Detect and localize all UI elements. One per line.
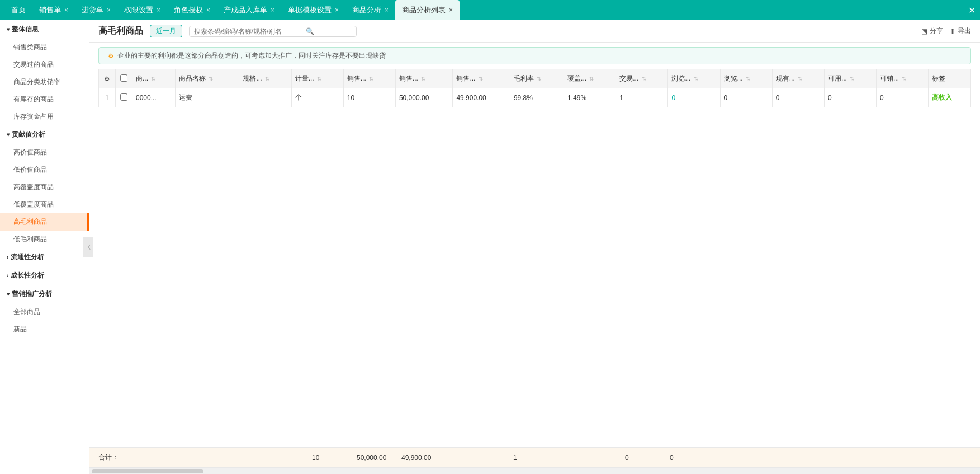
expand-arrow-liquidity: › <box>7 254 8 260</box>
tab-perm-settings-label: 权限设置 <box>124 5 153 15</box>
sidebar-item-in-stock[interactable]: 有库存的商品 <box>0 91 89 108</box>
col-available-stock[interactable]: 可用... ⇅ <box>824 69 876 88</box>
cell-num: 1 <box>99 88 116 107</box>
tab-sales[interactable]: 销售单 × <box>32 0 75 20</box>
tab-sales-close[interactable]: × <box>64 6 68 14</box>
tab-product-in-label: 产成品入库单 <box>224 5 267 15</box>
page-title: 高毛利商品 <box>98 25 143 37</box>
sidebar-group-contribution[interactable]: ▾ 贡献值分析 <box>0 125 89 144</box>
select-all-checkbox[interactable] <box>120 74 127 82</box>
sidebar-group-contribution-items: 高价值商品 低价值商品 高覆盖度商品 低覆盖度商品 高毛利商品 低毛利商品 <box>0 144 89 248</box>
sidebar-item-all-goods[interactable]: 全部商品 <box>0 303 89 321</box>
tab-purchase-label: 进货单 <box>82 5 103 15</box>
notice-icon: ⚙ <box>108 52 114 60</box>
cell-sales-count: 10 <box>343 88 395 107</box>
col-current-stock[interactable]: 现有... ⇅ <box>772 69 824 88</box>
search-container: 🔍 <box>189 26 357 37</box>
tab-perm-settings[interactable]: 权限设置 × <box>117 0 167 20</box>
sidebar-item-new-goods[interactable]: 新品 <box>0 321 89 338</box>
tab-goods-analysis[interactable]: 商品分析 × <box>345 0 395 20</box>
sort-icon-current-stock: ⇅ <box>798 76 802 82</box>
cell-views2: 0 <box>720 88 772 107</box>
col-coverage[interactable]: 覆盖... ⇅ <box>564 69 616 88</box>
col-views2[interactable]: 浏览... ⇅ <box>720 69 772 88</box>
table-container[interactable]: ⚙ 商... ⇅ 商品名称 ⇅ 规格... <box>89 69 980 447</box>
filter-recent-month-button[interactable]: 近一月 <box>150 25 182 37</box>
cell-spec <box>239 88 291 107</box>
tab-product-in[interactable]: 产成品入库单 × <box>217 0 281 20</box>
sidebar-item-category-rate[interactable]: 商品分类助销率 <box>0 73 89 91</box>
window-close-button[interactable]: ✕ <box>968 5 976 16</box>
sidebar-group-growth[interactable]: › 成长性分析 <box>0 266 89 285</box>
tab-perm-settings-close[interactable]: × <box>157 6 160 14</box>
sidebar-group-marketing[interactable]: ▾ 营销推广分析 <box>0 285 89 303</box>
sidebar-item-high-value[interactable]: 高价值商品 <box>0 144 89 161</box>
cell-transaction: 1 <box>616 88 668 107</box>
col-sales-amount[interactable]: 销售... ⇅ <box>395 69 452 88</box>
cell-gross-margin: 99.8% <box>510 88 564 107</box>
col-spec[interactable]: 规格... ⇅ <box>239 69 291 88</box>
cell-views1[interactable]: 0 <box>668 88 720 107</box>
expand-arrow-marketing: ▾ <box>7 291 10 297</box>
horizontal-scrollbar[interactable] <box>89 467 980 474</box>
content-area: 高毛利商品 近一月 🔍 ⬔ 分享 ⬆ 导出 ⚙ 企业的主要的利润都是这部分商品创… <box>89 20 980 474</box>
tab-purchase[interactable]: 进货单 × <box>75 0 117 20</box>
header-actions: ⬔ 分享 ⬆ 导出 <box>921 26 971 36</box>
tab-role-auth-close[interactable]: × <box>206 6 210 14</box>
col-views1[interactable]: 浏览... ⇅ <box>668 69 720 88</box>
tab-doc-template[interactable]: 单据模板设置 × <box>281 0 345 20</box>
sort-icon-sales-amount: ⇅ <box>421 76 425 82</box>
sort-icon-name: ⇅ <box>209 76 213 82</box>
sidebar-item-traded-goods[interactable]: 交易过的商品 <box>0 56 89 73</box>
sidebar-collapse-button[interactable]: 《 <box>83 237 93 257</box>
sidebar-item-stock-capital[interactable]: 库存资金占用 <box>0 108 89 125</box>
sort-icon-unit: ⇅ <box>317 76 321 82</box>
col-code[interactable]: 商... ⇅ <box>132 69 176 88</box>
sort-icon-transaction: ⇅ <box>642 76 646 82</box>
tab-role-auth[interactable]: 角色授权 × <box>167 0 217 20</box>
col-unit[interactable]: 计量... ⇅ <box>291 69 343 88</box>
tab-home[interactable]: 首页 <box>4 0 32 20</box>
export-button[interactable]: ⬆ 导出 <box>950 26 971 36</box>
sidebar-item-sales-goods[interactable]: 销售类商品 <box>0 39 89 56</box>
tab-goods-analysis-list[interactable]: 商品分析列表 × <box>395 0 460 20</box>
col-gross-margin[interactable]: 毛利率 ⇅ <box>510 69 564 88</box>
footer-sales-cost: 49,900.00 <box>398 454 443 462</box>
sidebar-item-low-value[interactable]: 低价值商品 <box>0 161 89 179</box>
sidebar-item-high-margin[interactable]: 高毛利商品 <box>0 213 89 231</box>
cell-code: 0000... <box>132 88 176 107</box>
sort-icon-gross-margin: ⇅ <box>537 76 541 82</box>
table-footer: 合计： 10 50,000.00 49,900.00 1 0 0 <box>89 447 980 467</box>
sidebar-group-contribution-label: 贡献值分析 <box>12 130 45 139</box>
sort-icon-coverage: ⇅ <box>589 76 594 82</box>
col-checkbox[interactable] <box>116 69 132 88</box>
col-name[interactable]: 商品名称 ⇅ <box>175 69 239 88</box>
sidebar-item-low-coverage[interactable]: 低覆盖度商品 <box>0 196 89 213</box>
footer-transaction: 1 <box>510 454 555 462</box>
tab-doc-template-close[interactable]: × <box>335 6 339 14</box>
tab-product-in-close[interactable]: × <box>271 6 274 14</box>
footer-sales-count: 10 <box>309 454 353 462</box>
sidebar-item-high-coverage[interactable]: 高覆盖度商品 <box>0 179 89 196</box>
share-icon: ⬔ <box>921 27 927 35</box>
col-sales-cost[interactable]: 销售... ⇅ <box>453 69 510 88</box>
tab-goods-analysis-close[interactable]: × <box>385 6 389 14</box>
sort-icon-available-stock: ⇅ <box>850 76 854 82</box>
sidebar-group-liquidity[interactable]: › 流通性分析 <box>0 248 89 266</box>
col-tag[interactable]: 标签 <box>929 69 971 88</box>
search-icon[interactable]: 🔍 <box>306 27 314 35</box>
sidebar-item-low-margin[interactable]: 低毛利商品 <box>0 231 89 248</box>
cell-sellable-stock: 0 <box>877 88 929 107</box>
col-sales-count[interactable]: 销售... ⇅ <box>343 69 395 88</box>
col-settings[interactable]: ⚙ <box>99 69 116 88</box>
col-transaction[interactable]: 交易... ⇅ <box>616 69 668 88</box>
tab-purchase-close[interactable]: × <box>107 6 111 14</box>
share-button[interactable]: ⬔ 分享 <box>921 26 943 36</box>
tab-goods-analysis-list-close[interactable]: × <box>449 6 453 14</box>
sidebar-group-overall[interactable]: ▾ 整体信息 <box>0 20 89 39</box>
scrollbar-thumb[interactable] <box>92 469 203 473</box>
cell-checkbox[interactable] <box>116 88 132 107</box>
search-input[interactable] <box>194 27 306 35</box>
row-checkbox[interactable] <box>120 93 127 101</box>
col-sellable-stock[interactable]: 可销... ⇅ <box>877 69 929 88</box>
